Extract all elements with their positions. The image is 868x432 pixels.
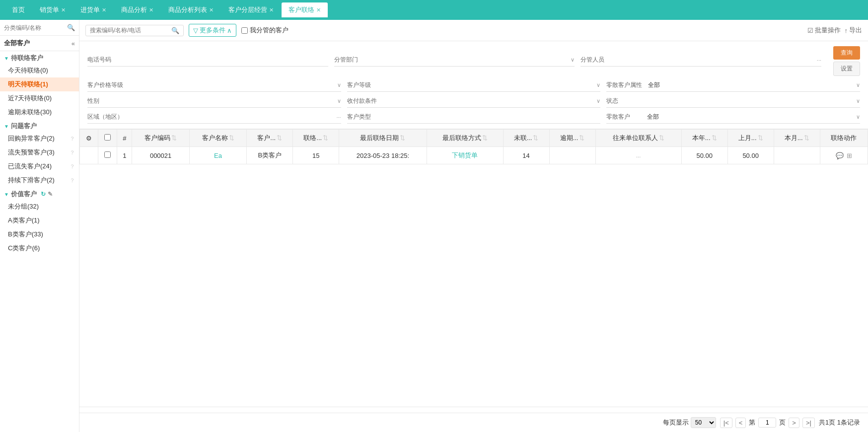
horizontal-scrollbar[interactable] (79, 407, 868, 413)
filter-manager: 分管人员 ··· (580, 56, 821, 67)
prev-page-btn[interactable]: < (735, 418, 746, 428)
chevron-down-icon[interactable]: ∨ (337, 98, 341, 104)
close-icon[interactable]: ✕ (209, 7, 214, 13)
sidebar-item-tomorrow[interactable]: 明天待联络(1) (0, 77, 79, 91)
filter-row-3: 性别 ∨ 收付款条件 ∨ 状态 ∨ (87, 97, 860, 108)
sidebar-item-churned[interactable]: 已流失客户(24) ？ (0, 159, 79, 173)
sidebar-item-churn-warning[interactable]: 流失预警客户(3) ？ (0, 145, 79, 159)
col-name[interactable]: 客户名称⇅ (189, 130, 246, 147)
bulk-action-btn[interactable]: ☑ 批量操作 (807, 26, 841, 35)
last-method-link[interactable]: 下销货单 (452, 151, 478, 159)
pagination-nav: |< < 第 页 > >| (720, 418, 815, 428)
checkbox-icon: ☑ (807, 27, 813, 34)
nav-customer-contact[interactable]: 客户联络 ✕ (282, 2, 328, 17)
cell-last-date: 2023-05-23 18:25: (339, 147, 427, 164)
sidebar: 🔍 全部客户 « ▼ 待联络客户 今天待联络(0) 明天待联络(1) 近7天待联… (0, 20, 79, 432)
next-page-btn[interactable]: > (789, 418, 799, 428)
phone-input[interactable] (126, 57, 328, 64)
col-last-method[interactable]: 最后联络方式⇅ (427, 130, 503, 147)
page-size-selector: 每页显示 50 100 200 (663, 417, 716, 428)
help-icon: ？ (70, 177, 75, 184)
refresh-icon[interactable]: ↻ (41, 191, 46, 198)
col-checkbox[interactable] (98, 130, 117, 147)
more-icon[interactable]: ··· (337, 114, 341, 120)
col-last-date[interactable]: 最后联络日期⇅ (339, 130, 427, 147)
sidebar-search-input[interactable] (4, 24, 65, 31)
chevron-down-icon[interactable]: ∨ (596, 82, 600, 88)
sidebar-item-overdue[interactable]: 逾期未联络(30) (0, 105, 79, 119)
nav-home[interactable]: 首页 (5, 2, 32, 17)
edit-icon[interactable]: ✎ (48, 191, 53, 198)
chevron-down-icon[interactable]: ∨ (856, 98, 860, 104)
more-icon[interactable]: ··· (817, 57, 821, 63)
col-this-month[interactable]: 本月...⇅ (774, 130, 820, 147)
page-input[interactable] (758, 418, 776, 428)
total-records: 共1页 1条记录 (819, 418, 860, 427)
footer: 每页显示 50 100 200 |< < 第 页 > >| 共1页 1条记录 (79, 413, 868, 432)
sidebar-item-declining[interactable]: 持续下滑客户(2) ？ (0, 173, 79, 187)
nav-product-analysis-list[interactable]: 商品分析列表 ✕ (161, 2, 220, 17)
col-index: # (117, 130, 132, 147)
more-conditions-btn[interactable]: ▽ 更多条件 ∧ (189, 24, 236, 37)
query-button[interactable]: 查询 (833, 46, 860, 60)
col-code[interactable]: 客户编码⇅ (132, 130, 189, 147)
chevron-down-icon[interactable]: ∨ (596, 98, 600, 104)
my-customers-checkbox[interactable]: 我分管的客户 (241, 26, 289, 35)
cell-this-month (774, 147, 820, 164)
sidebar-item-class-c[interactable]: C类客户(6) (0, 241, 79, 255)
sidebar-group-pending: ▼ 待联络客户 (0, 51, 79, 64)
col-this-year[interactable]: 本年...⇅ (681, 130, 727, 147)
col-unit-contact[interactable]: 往来单位联系人⇅ (595, 130, 681, 147)
select-all-checkbox[interactable] (104, 134, 111, 141)
col-not-contact[interactable]: 未联...⇅ (503, 130, 549, 147)
filter-icon: ▽ (193, 27, 198, 34)
close-icon[interactable]: ✕ (269, 7, 274, 13)
sidebar-item-class-b[interactable]: B类客户(33) (0, 227, 79, 241)
first-page-btn[interactable]: |< (720, 418, 732, 428)
col-settings[interactable]: ⚙ (80, 130, 98, 147)
setting-button[interactable]: 设置 (833, 62, 860, 76)
search-icon[interactable]: 🔍 (171, 27, 179, 34)
nav-product-analysis[interactable]: 商品分析 ✕ (114, 2, 160, 17)
sidebar-item-class-a[interactable]: A类客户(1) (0, 214, 79, 227)
export-btn[interactable]: ↑ 导出 (845, 26, 863, 35)
close-icon[interactable]: ✕ (61, 7, 66, 13)
close-icon[interactable]: ✕ (102, 7, 106, 13)
filter-right-actions: ☑ 批量操作 ↑ 导出 (807, 26, 863, 35)
close-icon[interactable]: ✕ (149, 7, 153, 13)
content-area: 🔍 ▽ 更多条件 ∧ 我分管的客户 ☑ 批量操作 ↑ 导出 (79, 20, 868, 432)
chevron-down-icon[interactable]: ∨ (571, 57, 575, 63)
cell-not-contact: 14 (503, 147, 549, 164)
nav-customer-tier[interactable]: 客户分层经营 ✕ (221, 2, 281, 17)
grid-icon[interactable]: ⊞ (847, 152, 852, 159)
my-customers-check[interactable] (241, 27, 248, 34)
filter-row-2: 客户价格等级 ∨ 客户等级 ∨ 零散客户属性 全部 ∨ (87, 81, 860, 92)
sidebar-item-7days[interactable]: 近7天待联络(0) (0, 91, 79, 105)
sidebar-item-repurchase-abnormal[interactable]: 回购异常客户(2) ？ (0, 132, 79, 145)
cell-contact: 15 (293, 147, 339, 164)
search-icon[interactable]: 🔍 (67, 24, 75, 31)
close-icon[interactable]: ✕ (316, 7, 321, 13)
per-page-select[interactable]: 50 100 200 (691, 417, 716, 428)
collapse-icon[interactable]: « (72, 40, 75, 47)
col-contact[interactable]: 联络...⇅ (293, 130, 339, 147)
sidebar-item-today[interactable]: 今天待联络(0) (0, 64, 79, 77)
sidebar-item-ungrouped[interactable]: 未分组(32) (0, 200, 79, 214)
cell-checkbox[interactable] (98, 147, 117, 164)
col-type[interactable]: 客户...⇅ (247, 130, 293, 147)
search-input[interactable] (90, 27, 169, 34)
chevron-down-icon[interactable]: ∨ (337, 82, 341, 88)
last-page-btn[interactable]: >| (802, 418, 815, 428)
nav-sales-order[interactable]: 销货单 ✕ (33, 2, 72, 17)
chat-icon[interactable]: 💬 (836, 152, 844, 159)
col-overdue[interactable]: 逾期...⇅ (549, 130, 595, 147)
sidebar-group-problem: ▼ 问题客户 (0, 119, 79, 132)
row-checkbox[interactable] (104, 151, 111, 158)
all-customers-label[interactable]: 全部客户 (4, 39, 30, 48)
col-last-month[interactable]: 上月...⇅ (727, 130, 774, 147)
nav-purchase-order[interactable]: 进货单 ✕ (73, 2, 113, 17)
chevron-down-icon[interactable]: ∨ (856, 82, 860, 88)
cell-name[interactable]: Ea (189, 147, 246, 164)
cell-last-method[interactable]: 下销货单 (427, 147, 503, 164)
chevron-down-icon[interactable]: ∨ (856, 114, 860, 120)
